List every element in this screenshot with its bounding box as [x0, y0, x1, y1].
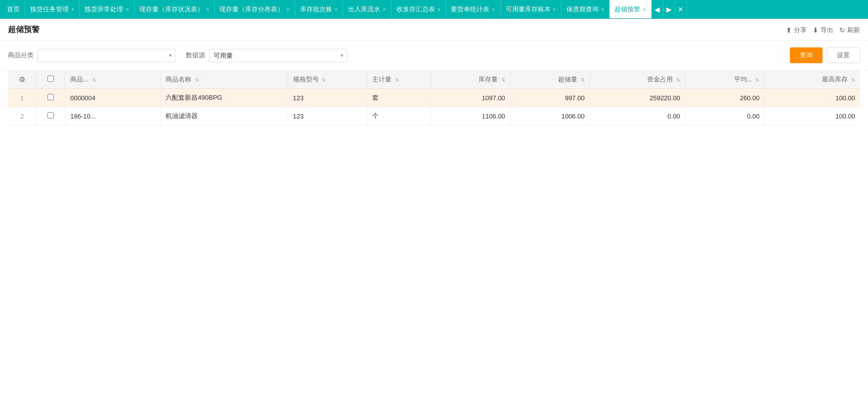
nav-item-3[interactable]: 现存量（库存状况表） × [134, 0, 215, 19]
data-table: ⚙ 商品... ⇅ 商品名称 ⇅ 规格型号 ⇅ [8, 71, 860, 125]
table-row: 2 186-10... 机油滤清器 123 个 1106.00 1006.00 … [8, 107, 860, 125]
refresh-icon: ↻ [839, 26, 845, 34]
nav-close-9[interactable]: × [553, 6, 556, 12]
refresh-button[interactable]: ↻ 刷新 [839, 26, 860, 35]
col-header-avg: 平均... ⇅ [685, 71, 765, 89]
row-1-avg: 260.00 [685, 89, 765, 107]
nav-close-3[interactable]: × [206, 6, 209, 12]
col-unit-sort-icon[interactable]: ⇅ [395, 77, 399, 82]
datasource-filter-group: 数据源 可用量 ▾ [186, 49, 347, 62]
category-filter-group: 商品分类 ▾ [8, 49, 176, 62]
col-code-sort-icon[interactable]: ⇅ [92, 77, 96, 82]
col-header-stock: 库存量 ⇅ [431, 71, 511, 89]
col-name-sort-icon[interactable]: ⇅ [195, 77, 199, 82]
share-icon: ⬆ [786, 26, 792, 34]
nav-close-4[interactable]: × [286, 6, 289, 12]
nav-item-7[interactable]: 收发存汇总表 × [391, 0, 446, 19]
col-capital-label: 资金占用 [647, 76, 673, 83]
row-2-stock: 1106.00 [431, 107, 511, 125]
category-select-wrapper: ▾ [38, 49, 176, 62]
col-spec-label: 规格型号 [293, 76, 319, 83]
col-name-label: 商品名称 [166, 76, 191, 83]
table-container: ⚙ 商品... ⇅ 商品名称 ⇅ 规格型号 ⇅ [0, 71, 868, 125]
row-2-avg: 0.00 [685, 107, 765, 125]
share-button[interactable]: ⬆ 分享 [786, 26, 807, 35]
col-header-spec: 规格型号 ⇅ [288, 71, 367, 89]
nav-item-6[interactable]: 出入库流水 × [343, 0, 391, 19]
row-1-stock: 1097.00 [431, 89, 511, 107]
table-row: 1 0000004 六配套新昌490BPG 123 套 1097.00 997.… [8, 89, 860, 107]
row-2-maxstock: 100.00 [765, 107, 860, 125]
nav-label-8: 要货单统计表 [451, 5, 489, 14]
col-capital-sort-icon[interactable]: ⇅ [676, 77, 680, 82]
nav-close-5[interactable]: × [335, 6, 338, 12]
row-1-check [37, 89, 65, 107]
datasource-select-wrapper: 可用量 ▾ [209, 49, 347, 62]
refresh-label: 刷新 [847, 26, 860, 35]
page-container: 超储预警 ⬆ 分享 ⬇ 导出 ↻ 刷新 商品分类 ▾ [0, 19, 868, 395]
col-stock-label: 库存量 [478, 76, 498, 83]
nav-close-10[interactable]: × [601, 6, 604, 12]
datasource-label: 数据源 [186, 51, 205, 60]
col-header-maxstock: 最高库存 ⇅ [765, 71, 860, 89]
nav-close-1[interactable]: × [71, 6, 74, 12]
nav-close-2[interactable]: × [126, 6, 129, 12]
nav-item-1[interactable]: 拣货任务管理 × [25, 0, 80, 19]
nav-item-2[interactable]: 拣货异常处理 × [80, 0, 134, 19]
query-button[interactable]: 查询 [790, 47, 823, 63]
datasource-select[interactable]: 可用量 [209, 49, 347, 62]
export-button[interactable]: ⬇ 导出 [813, 26, 833, 35]
nav-close-all-arrow[interactable]: ✕ [675, 0, 687, 19]
col-header-unit: 主计量 ⇅ [367, 71, 431, 89]
nav-item-home[interactable]: 首页 [2, 0, 25, 19]
row-2-capital: 0.00 [590, 107, 685, 125]
row-1-capital: 259220.00 [590, 89, 685, 107]
row-2-name: 机油滤清器 [161, 107, 288, 125]
col-over-sort-icon[interactable]: ⇅ [581, 77, 585, 82]
nav-item-8[interactable]: 要货单统计表 × [446, 0, 500, 19]
row-2-unit: 个 [367, 107, 431, 125]
row-2-checkbox[interactable] [47, 112, 54, 118]
nav-prev-arrow[interactable]: ◀ [651, 0, 663, 19]
row-1-over: 997.00 [510, 89, 590, 107]
row-2-check [37, 107, 65, 125]
row-2-code: 186-10... [65, 107, 161, 125]
nav-close-active[interactable]: × [643, 6, 646, 12]
nav-item-5[interactable]: 库存批次账 × [295, 0, 343, 19]
nav-bar: 首页 拣货任务管理 × 拣货异常处理 × 现存量（库存状况表） × 现存量（库存… [0, 0, 868, 19]
col-avg-sort-icon[interactable]: ⇅ [755, 77, 759, 82]
col-header-check [37, 71, 65, 89]
filter-actions: 查询 设置 [790, 47, 860, 63]
select-all-checkbox[interactable] [47, 76, 54, 82]
nav-label-6: 出入库流水 [348, 5, 380, 14]
nav-item-active[interactable]: 超储预警 × [609, 0, 651, 19]
nav-item-10[interactable]: 保质期查询 × [562, 0, 609, 19]
export-icon: ⬇ [813, 26, 819, 34]
col-stock-sort-icon[interactable]: ⇅ [501, 77, 505, 82]
filter-area: 商品分类 ▾ 数据源 可用量 ▾ 查询 设置 [0, 40, 868, 71]
header-actions: ⬆ 分享 ⬇ 导出 ↻ 刷新 [786, 26, 860, 35]
export-label: 导出 [821, 26, 833, 35]
nav-close-8[interactable]: × [492, 6, 495, 12]
col-maxstock-sort-icon[interactable]: ⇅ [851, 77, 855, 82]
gear-icon[interactable]: ⚙ [19, 75, 25, 83]
col-header-settings: ⚙ [8, 71, 37, 89]
row-1-spec: 123 [288, 89, 367, 107]
nav-item-4[interactable]: 现存量（库存分布表） × [215, 0, 295, 19]
row-2-num: 2 [8, 107, 37, 125]
nav-label-10: 保质期查询 [566, 5, 599, 14]
row-1-checkbox[interactable] [47, 94, 54, 100]
page-header: 超储预警 ⬆ 分享 ⬇ 导出 ↻ 刷新 [0, 19, 868, 40]
category-select[interactable] [38, 49, 176, 62]
col-avg-label: 平均... [734, 76, 752, 83]
col-header-over: 超储量 ⇅ [510, 71, 590, 89]
settings-button[interactable]: 设置 [826, 47, 860, 63]
table-body: 1 0000004 六配套新昌490BPG 123 套 1097.00 997.… [8, 89, 860, 125]
nav-next-arrow[interactable]: ▶ [663, 0, 675, 19]
col-spec-sort-icon[interactable]: ⇅ [322, 77, 326, 82]
row-1-maxstock: 100.00 [765, 89, 860, 107]
col-unit-label: 主计量 [372, 76, 391, 83]
nav-item-9[interactable]: 可用量库存账本 × [501, 0, 562, 19]
nav-close-6[interactable]: × [383, 6, 386, 12]
nav-close-7[interactable]: × [437, 6, 440, 12]
